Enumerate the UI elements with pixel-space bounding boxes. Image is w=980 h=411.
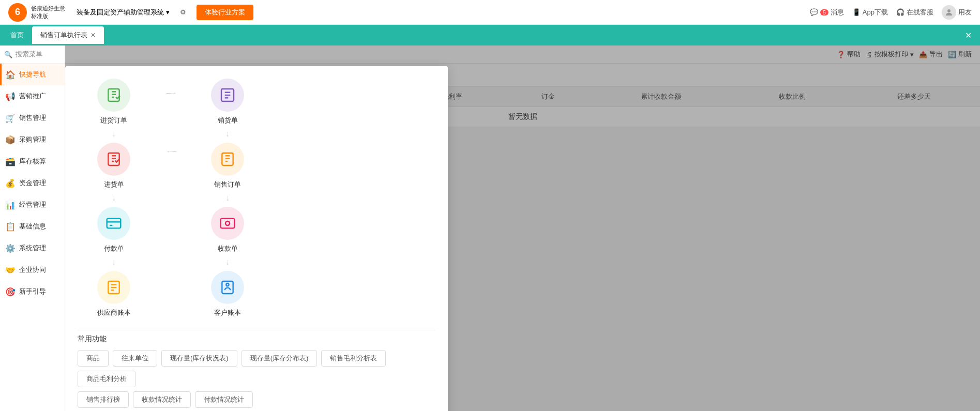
sidebar-item-purchase-label: 采购管理 [19, 135, 46, 144]
sidebar-item-purchase[interactable]: 📦 采购管理 [0, 129, 65, 150]
enterprise-icon: 🤝 [6, 265, 15, 275]
tab-bar-close-button[interactable]: ✕ [965, 31, 972, 40]
arrow-v-3: ↓ [112, 257, 116, 267]
sidebar-item-marketing-label: 营销推广 [19, 92, 46, 101]
sales-bill-circle [211, 79, 244, 112]
logo-icon: 6 [8, 3, 27, 22]
message-badge: 5 [820, 9, 828, 16]
message-button[interactable]: 💬 5 消息 [810, 8, 844, 17]
sidebar-item-operation[interactable]: 📊 经营管理 [0, 194, 65, 216]
svg-point-0 [947, 9, 951, 12]
flow-node-supplier[interactable]: 供应商账本 [97, 271, 131, 317]
func-btn-payment-stats[interactable]: 付款情况统计 [195, 391, 253, 408]
user-menu[interactable]: 用友 [942, 5, 972, 20]
search-icon: 🔍 [4, 51, 12, 58]
content-area: ❓ 帮助 🖨 按模板打印 ▾ 📤 导出 🔄 刷新 [65, 45, 980, 411]
func-btn-contacts[interactable]: 往来单位 [113, 350, 157, 367]
system-icon: ⚙️ [6, 243, 15, 253]
sidebar-item-finance-label: 资金管理 [19, 178, 46, 188]
sidebar-item-system[interactable]: ⚙️ 系统管理 [0, 237, 65, 259]
func-btn-receipt-stats[interactable]: 收款情况统计 [133, 391, 191, 408]
flow-node-sales-order[interactable]: 销售订单 [211, 143, 244, 189]
sidebar-item-quick-nav[interactable]: 🏠 快捷导航 [0, 64, 65, 85]
app-download-button[interactable]: 📱 App下载 [852, 8, 888, 17]
settings-gear-button[interactable]: ⚙ [176, 5, 190, 20]
sidebar-item-guide-label: 新手引导 [19, 287, 46, 296]
online-service-button[interactable]: 🎧 在线客服 [896, 8, 933, 17]
avatar [942, 5, 956, 20]
sidebar-item-guide[interactable]: 🎯 新手引导 [0, 281, 65, 302]
sidebar-item-operation-label: 经营管理 [19, 200, 46, 209]
svg-rect-2 [108, 153, 119, 165]
tab-home-label: 首页 [10, 31, 24, 40]
flow-node-receipt[interactable]: 收款单 [211, 207, 244, 253]
top-bar-right: 💬 5 消息 📱 App下载 🎧 在线客服 用友 [810, 5, 972, 20]
basic-info-icon: 📋 [6, 222, 15, 231]
flow-node-purchase-bill[interactable]: 进货单 [97, 143, 130, 189]
arrow-v-6: ↓ [225, 257, 230, 267]
svg-rect-14 [222, 153, 233, 165]
svg-rect-1 [108, 89, 119, 101]
sidebar-item-enterprise[interactable]: 🤝 企业协同 [0, 259, 65, 281]
func-btn-sales-ranking[interactable]: 销售排行榜 [78, 391, 129, 408]
purchase-icon: 📦 [6, 135, 15, 144]
purchase-order-circle [97, 79, 130, 112]
svg-point-16 [225, 221, 230, 225]
sidebar-item-sales[interactable]: 🛒 销售管理 [0, 107, 65, 129]
search-menu-button[interactable]: 🔍 搜索菜单 [0, 45, 65, 64]
system-title: 装备及固定资产辅助管理系统 [77, 8, 164, 17]
svg-point-18 [226, 283, 229, 286]
sidebar-item-marketing[interactable]: 📢 营销推广 [0, 85, 65, 107]
experience-button[interactable]: 体验行业方案 [197, 5, 253, 20]
func-btn-current-stock-dist[interactable]: 现存量(库存分布表) [242, 350, 318, 367]
func-buttons-row1: 商品 往来单位 现存量(库存状况表) 现存量(库存分布表) 销售毛利分析表 商品… [78, 350, 435, 387]
tab-bar: 首页 销售订单执行表 ✕ ✕ [0, 25, 980, 45]
tab-sales-exec[interactable]: 销售订单执行表 ✕ [32, 26, 104, 44]
common-functions-title: 常用功能 [78, 334, 435, 344]
common-functions-section: 常用功能 商品 往来单位 现存量(库存状况表) 现存量(库存分布表) 销售毛利分… [78, 334, 435, 408]
quick-nav-icon: 🏠 [6, 70, 15, 79]
tab-sales-exec-label: 销售订单执行表 [40, 31, 87, 40]
message-icon: 💬 [810, 8, 818, 16]
sidebar-item-enterprise-label: 企业协同 [19, 265, 46, 275]
tab-close-icon[interactable]: ✕ [91, 32, 96, 39]
top-bar: 6 畅康通好生意 标准版 装备及固定资产辅助管理系统 ▾ ⚙ 体验行业方案 💬 … [0, 0, 980, 25]
tab-home[interactable]: 首页 [2, 26, 32, 44]
sales-icon: 🛒 [6, 113, 15, 123]
message-label: 消息 [831, 8, 844, 17]
user-name: 用友 [958, 8, 972, 17]
sales-order-circle [211, 143, 244, 176]
arrow-v-5: ↓ [225, 193, 230, 203]
inventory-icon: 🗃️ [6, 157, 15, 166]
func-btn-sales-profit-analysis[interactable]: 销售毛利分析表 [321, 350, 386, 367]
guide-icon: 🎯 [6, 287, 15, 296]
func-buttons-row2: 销售排行榜 收款情况统计 付款情况统计 [78, 391, 435, 408]
arrow-v-2: ↓ [112, 193, 116, 203]
purchase-bill-circle [97, 143, 130, 176]
top-bar-left: 6 畅康通好生意 标准版 装备及固定资产辅助管理系统 ▾ ⚙ 体验行业方案 [8, 3, 253, 22]
system-title-dropdown[interactable]: 装备及固定资产辅助管理系统 ▾ [77, 8, 170, 17]
service-icon: 🎧 [896, 8, 904, 16]
func-btn-current-stock-status[interactable]: 现存量(库存状况表) [161, 350, 237, 367]
flow-node-sales-bill[interactable]: 销货单 [211, 79, 244, 125]
flow-node-customer[interactable]: 客户账本 [211, 271, 244, 317]
main-area: 🔍 搜索菜单 🏠 快捷导航 📢 营销推广 🛒 销售管理 📦 采购管理 🗃️ [0, 45, 980, 411]
flow-node-payment[interactable]: 付款单 [97, 207, 130, 253]
finance-icon: 💰 [6, 178, 15, 188]
sidebar-item-basic-info[interactable]: 📋 基础信息 [0, 216, 65, 237]
sidebar-item-sales-label: 销售管理 [19, 113, 46, 123]
flow-node-purchase-order[interactable]: 进货订单 [97, 79, 130, 125]
func-btn-goods-profit-analysis[interactable]: 商品毛利分析 [78, 371, 135, 387]
func-btn-goods[interactable]: 商品 [78, 350, 109, 367]
logo-text: 畅康通好生意 标准版 [31, 5, 65, 20]
sidebar: 🔍 搜索菜单 🏠 快捷导航 📢 营销推广 🛒 销售管理 📦 采购管理 🗃️ [0, 45, 65, 411]
sidebar-item-inventory-label: 库存核算 [19, 157, 46, 166]
svg-rect-15 [221, 219, 235, 229]
arrow-v-4: ↓ [225, 129, 230, 139]
download-icon: 📱 [852, 8, 861, 16]
arrow-v-1: ↓ [112, 129, 116, 139]
sidebar-item-finance[interactable]: 💰 资金管理 [0, 172, 65, 194]
sidebar-item-inventory[interactable]: 🗃️ 库存核算 [0, 150, 65, 172]
marketing-icon: 📢 [6, 92, 15, 101]
supplier-circle [97, 271, 130, 304]
